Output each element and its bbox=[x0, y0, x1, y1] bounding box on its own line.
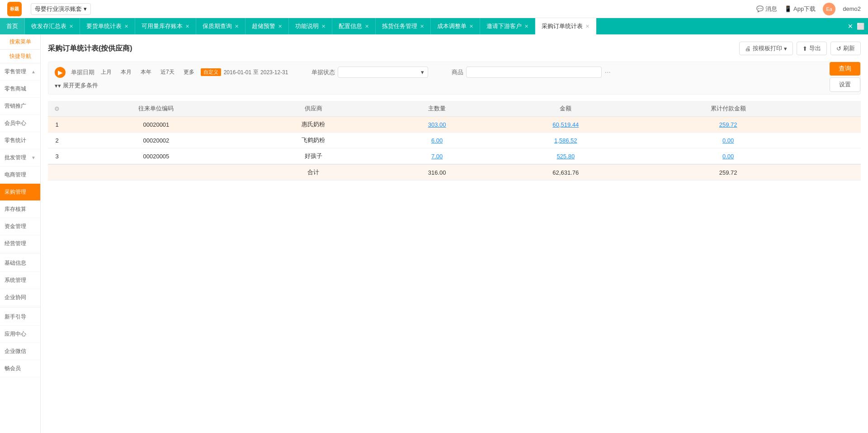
sidebar-item-search[interactable]: 搜索菜单 bbox=[0, 34, 40, 50]
close-icon[interactable]: ✕ bbox=[235, 24, 239, 29]
print-button[interactable]: 🖨 按模板打印 ▾ bbox=[739, 42, 793, 55]
quantity-link[interactable]: 6.00 bbox=[431, 137, 443, 144]
amount-link[interactable]: 1,586.52 bbox=[554, 137, 577, 144]
shortcut-shang-yue[interactable]: 上月 bbox=[97, 67, 115, 77]
close-window-icon[interactable]: ✕ bbox=[848, 23, 853, 30]
footer-extra bbox=[818, 164, 861, 181]
close-icon[interactable]: ✕ bbox=[69, 24, 73, 29]
cell-supplier: 惠氏奶粉 bbox=[246, 117, 381, 133]
sidebar-item-lingshouguan[interactable]: 零售管理 ▲ bbox=[0, 63, 40, 81]
expand-label: 展开更多条件 bbox=[63, 81, 98, 90]
close-icon[interactable]: ✕ bbox=[469, 24, 473, 29]
close-icon[interactable]: ✕ bbox=[420, 24, 424, 29]
tab-gongnengshuo[interactable]: 功能说明 ✕ bbox=[289, 18, 332, 34]
shortcut-ben-nian[interactable]: 本年 bbox=[137, 67, 155, 77]
amount-link[interactable]: 60,519.44 bbox=[552, 121, 579, 128]
tab-chaochuyujing[interactable]: 超储预警 ✕ bbox=[245, 18, 289, 34]
tab-baozhiqi[interactable]: 保质期查询 ✕ bbox=[196, 18, 245, 34]
filter-group-status: 单据状态 ▾ bbox=[311, 67, 428, 78]
sidebar-label-lingshouguan: 零售管理 bbox=[5, 68, 26, 76]
close-icon[interactable]: ✕ bbox=[124, 24, 128, 29]
sidebar-item-yingyongzhongxin[interactable]: 应用中心 bbox=[0, 326, 40, 343]
tab-kuohuorenwu[interactable]: 拣货任务管理 ✕ bbox=[376, 18, 431, 34]
status-select[interactable]: ▾ bbox=[338, 67, 428, 78]
sidebar-item-xinshouyindao[interactable]: 新手引导 bbox=[0, 309, 40, 326]
close-icon[interactable]: ✕ bbox=[524, 24, 528, 29]
table-row: 2 00020002 飞鹤奶粉 6.00 1,586.52 0.00 bbox=[48, 133, 861, 148]
paid-link[interactable]: 259.72 bbox=[719, 121, 737, 128]
page-content: 采购订单统计表(按供应商) 🖨 按模板打印 ▾ ⬆ 导出 ↺ 刷新 bbox=[41, 34, 868, 433]
sidebar-item-qiyexietong[interactable]: 企业协同 bbox=[0, 289, 40, 306]
query-button[interactable]: 查询 bbox=[830, 62, 860, 76]
sidebar-item-yingxiaotuiguang[interactable]: 营销推广 bbox=[0, 98, 40, 115]
status-chevron-icon: ▾ bbox=[421, 69, 424, 76]
settings-icon[interactable]: ⚙ bbox=[54, 105, 60, 112]
expand-more-btn[interactable]: ▾▾ 展开更多条件 bbox=[55, 81, 854, 90]
avatar[interactable]: Ea bbox=[823, 3, 835, 15]
cell-extra bbox=[818, 148, 861, 165]
sidebar-label-ziinguanli: 资金管理 bbox=[5, 223, 26, 230]
sidebar-item-xitong[interactable]: 系统管理 bbox=[0, 272, 40, 289]
tab-caigoutongjibiao[interactable]: 采购订单统计表 ✕ bbox=[535, 18, 596, 34]
sidebar-item-changhui[interactable]: 畅会员 bbox=[0, 360, 40, 377]
filter-toggle-btn[interactable]: ▶ bbox=[55, 67, 66, 78]
app-download-btn[interactable]: 📱 App下载 bbox=[784, 5, 816, 13]
sidebar-item-pifaguanli[interactable]: 批发管理 ▼ bbox=[0, 149, 40, 167]
footer-paid: 259.72 bbox=[638, 164, 818, 181]
shortcut-ben-yue[interactable]: 本月 bbox=[117, 67, 135, 77]
filter-group-date: 单据日期 上月 本月 本年 近7天 更多 自定义 2016-01-01 至 bbox=[71, 67, 288, 77]
message-btn[interactable]: 💬 消息 bbox=[756, 5, 777, 13]
paid-link[interactable]: 0.00 bbox=[722, 137, 734, 144]
cell-index: 2 bbox=[48, 133, 66, 148]
filter-row-1: ▶ 单据日期 上月 本月 本年 近7天 更多 自定义 2016-01-01 bbox=[55, 67, 854, 78]
tab-kecunkubenzhang[interactable]: 可用量库存账本 ✕ bbox=[135, 18, 196, 34]
cell-code: 00020002 bbox=[66, 133, 246, 148]
tab-chengbentiaozhen-label: 成本调整单 bbox=[437, 22, 467, 30]
amount-link[interactable]: 525.80 bbox=[557, 153, 575, 160]
custom-date-tag: 自定义 bbox=[201, 68, 221, 76]
sidebar-item-kucunhesuan[interactable]: 库存核算 bbox=[0, 201, 40, 218]
quantity-link[interactable]: 303.00 bbox=[428, 121, 446, 128]
close-icon[interactable]: ✕ bbox=[278, 24, 282, 29]
date-label: 单据日期 bbox=[71, 68, 94, 76]
close-icon[interactable]: ✕ bbox=[365, 24, 369, 29]
close-icon[interactable]: ✕ bbox=[321, 24, 326, 29]
sidebar-item-caigouguanli[interactable]: 采购管理 bbox=[0, 184, 40, 201]
close-icon[interactable]: ✕ bbox=[185, 24, 189, 29]
sidebar-item-qiyeweixin[interactable]: 企业微信 bbox=[0, 343, 40, 360]
cell-supplier: 好孩子 bbox=[246, 148, 381, 165]
tab-kuohuorenwu-label: 拣货任务管理 bbox=[382, 22, 417, 30]
sidebar-item-quicknav[interactable]: 快捷导航 bbox=[0, 50, 40, 63]
content-area: 采购订单统计表(按供应商) 🖨 按模板打印 ▾ ⬆ 导出 ↺ 刷新 bbox=[41, 34, 868, 433]
shortcut-more[interactable]: 更多 bbox=[180, 67, 198, 77]
shortcut-7-days[interactable]: 近7天 bbox=[157, 67, 178, 77]
message-label: 消息 bbox=[765, 5, 777, 13]
tab-shoufasummary[interactable]: 收发存汇总表 ✕ bbox=[25, 18, 80, 34]
sidebar-divider-2 bbox=[0, 307, 40, 308]
tab-yaoqingxiayou[interactable]: 邀请下游客户 ✕ bbox=[480, 18, 535, 34]
export-button[interactable]: ⬆ 导出 bbox=[797, 42, 827, 55]
cell-paid: 0.00 bbox=[638, 133, 818, 148]
date-shortcuts: 上月 本月 本年 近7天 更多 bbox=[97, 67, 198, 77]
sidebar-item-jichu[interactable]: 基础信息 bbox=[0, 255, 40, 272]
tab-chengbentiaozhen[interactable]: 成本调整单 ✕ bbox=[431, 18, 480, 34]
tab-home[interactable]: 首页 bbox=[0, 18, 25, 34]
sidebar-item-jingying[interactable]: 经营管理 bbox=[0, 235, 40, 252]
sidebar-item-lingshoutongji[interactable]: 零售统计 bbox=[0, 132, 40, 149]
sidebar-item-lingshougshangcheng[interactable]: 零售商城 bbox=[0, 81, 40, 98]
goods-input[interactable] bbox=[466, 67, 602, 78]
refresh-button[interactable]: ↺ 刷新 bbox=[830, 42, 861, 55]
close-icon[interactable]: ✕ bbox=[585, 24, 590, 29]
account-selector[interactable]: 母婴行业演示账套 ▾ bbox=[31, 3, 91, 15]
paid-link[interactable]: 0.00 bbox=[722, 153, 734, 160]
tab-yaohuosummary[interactable]: 要货单统计表 ✕ bbox=[80, 18, 135, 34]
more-options-icon[interactable]: ··· bbox=[604, 68, 610, 76]
sidebar-item-ziinguanli[interactable]: 资金管理 bbox=[0, 218, 40, 235]
tab-peizhi[interactable]: 配置信息 ✕ bbox=[332, 18, 376, 34]
settings-button[interactable]: 设置 bbox=[830, 77, 860, 92]
sidebar-item-huiyuanzhongxin[interactable]: 会员中心 bbox=[0, 115, 40, 132]
sidebar-item-diansguanli[interactable]: 电商管理 bbox=[0, 167, 40, 184]
quantity-link[interactable]: 7.00 bbox=[431, 153, 443, 160]
tab-chaochuyujing-label: 超储预警 bbox=[252, 22, 275, 30]
maximize-icon[interactable]: ⬜ bbox=[857, 23, 864, 30]
